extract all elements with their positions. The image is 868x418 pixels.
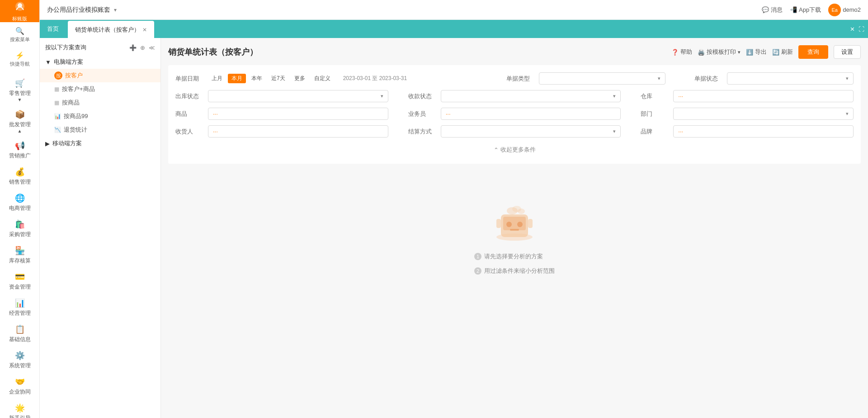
date-tab-7days[interactable]: 近7天 [268,74,289,83]
payment-status-dropdown-icon: ▾ [613,93,616,99]
page-actions: ❓ 帮助 🖨️ 按模板打印 ▾ ⬇️ 导出 🔄 刷新 [671,45,861,59]
refresh-button[interactable]: 🔄 刷新 [772,48,793,56]
sidebar-item-sales[interactable]: 💰 销售管理 [0,163,40,190]
page-header: 销货单统计表（按客户） ❓ 帮助 🖨️ 按模板打印 ▾ ⬇️ 导出 [168,45,861,59]
app-title: 办公用品行业模拟账套 [47,6,110,14]
content-area: 按以下方案查询 ➕ ⊕ ≪ ▼ 电脑端方案 按 按客户 ▦ 按客户+商品 [40,38,868,418]
collapse-button[interactable]: ⌃ 收起更多条件 [175,143,854,157]
app-title-dropdown[interactable]: ▾ [114,7,117,13]
receiver-label: 收货人 [175,128,203,136]
finance-icon: 💳 [15,272,25,282]
sidebar-item-basic-info[interactable]: 📋 基础信息 [0,321,40,347]
order-type-dropdown-icon: ▾ [658,76,660,81]
sidebar-item-enterprise[interactable]: 🤝 企业协同 [0,373,40,399]
order-status-select[interactable]: ▾ [727,72,854,85]
sidebar-item-marketing[interactable]: 📢 营销推广 [0,137,40,163]
date-tab-last-month[interactable]: 上月 [208,74,226,83]
tree-expand-right-icon: ▶ [45,140,50,147]
app-download-button[interactable]: 📲 App下载 [790,6,821,14]
search-menu-button[interactable]: 🔍 搜索菜单 [10,22,30,48]
add-scheme-icon[interactable]: ➕ [129,44,137,51]
goods-label: 商品 [175,110,203,118]
brand-select[interactable]: ··· [673,125,854,138]
svg-point-5 [506,222,512,227]
message-button[interactable]: 💬 消息 [762,6,783,14]
settings-button[interactable]: 设置 [834,45,861,59]
scheme-by-goods[interactable]: ▦ 按商品 [40,96,160,109]
mobile-scheme-label: 移动端方案 [52,139,82,147]
date-tab-this-month[interactable]: 本月 [228,74,246,83]
newbie-icon: 🌟 [15,403,25,413]
refresh-icon: 🔄 [772,49,779,56]
empty-state: 1 请先选择要分析的方案 2 用过滤条件来缩小分析范围 [168,169,861,304]
scheme-icon-2: ▦ [54,100,59,106]
tab-close-icon[interactable]: ✕ [142,27,147,33]
print-dropdown-icon: ▾ [738,49,741,55]
main-area: 办公用品行业模拟账套 ▾ 💬 消息 📲 App下载 Ea demo2 首页 [40,0,868,418]
desktop-scheme-group[interactable]: ▼ 电脑端方案 [40,55,160,69]
filter-row-4: 收货人 ··· 结算方式 ▾ 品牌 ··· [175,125,854,138]
maximize-window-icon[interactable]: ⛶ [859,26,864,33]
right-panel: 销货单统计表（按客户） ❓ 帮助 🖨️ 按模板打印 ▾ ⬇️ 导出 [161,38,868,418]
ecommerce-icon: 🌐 [15,193,25,203]
sidebar-item-newbie[interactable]: 🌟 新手引导 [0,399,40,418]
scheme-query-title: 按以下方案查询 [45,43,86,52]
enterprise-icon: 🤝 [15,377,25,387]
warehouse-dots: ··· [678,93,683,100]
app-logo: 标账版 [0,0,40,22]
sidebar-item-ecommerce[interactable]: 🌐 电商管理 [0,190,40,216]
scheme-icon-1: ▦ [54,86,59,92]
left-panel-header: 按以下方案查询 ➕ ⊕ ≪ [40,43,160,55]
sidebar-item-system[interactable]: ⚙️ 系统管理 [0,347,40,373]
sidebar-item-retail[interactable]: 🛒 零售管理 ▼ [0,75,40,106]
sidebar-item-inventory[interactable]: 🏪 库存核算 [0,242,40,268]
settlement-select[interactable]: ▾ [441,125,621,138]
svg-point-1 [18,3,22,8]
tab-window-controls: ✕ ⛶ [850,26,868,33]
empty-tip-1: 1 请先选择要分析的方案 [474,251,555,262]
sidebar-item-finance[interactable]: 💳 资金管理 [0,268,40,294]
close-window-icon[interactable]: ✕ [850,26,855,33]
scheme-by-goods99[interactable]: 📊 按商品99 [40,109,160,123]
settings-scheme-icon[interactable]: ⊕ [140,44,145,51]
query-button[interactable]: 查询 [798,45,828,59]
warehouse-select[interactable]: ··· [673,90,854,102]
mobile-scheme-group[interactable]: ▶ 移动端方案 [40,137,160,150]
out-status-select[interactable]: ▾ [208,90,388,102]
salesperson-select[interactable]: ··· [441,108,621,120]
goods-select[interactable]: ··· [208,108,388,120]
help-button[interactable]: ❓ 帮助 [671,48,692,56]
scheme-by-customer-goods[interactable]: ▦ 按客户+商品 [40,82,160,96]
sidebar: 标账版 🔍 搜索菜单 ⚡ 快捷导航 🛒 零售管理 ▼ 📦 批发管理 ▲ 📢 营销… [0,0,40,418]
tab-sales-stat[interactable]: 销货单统计表（按客户） ✕ [68,21,154,39]
collapse-scheme-icon[interactable]: ≪ [149,44,155,51]
order-type-select[interactable]: ▾ [539,72,665,85]
filter-row-1: 单据日期 上月 本月 本年 近7天 更多 自定义 2023-03-01 至 20… [175,72,854,85]
tabbar: 首页 销货单统计表（按客户） ✕ ✕ ⛶ [40,20,868,38]
shortcut-nav-button[interactable]: ⚡ 快捷导航 [10,48,30,71]
settlement-label: 结算方式 [408,128,435,136]
collapse-icon: ⌃ [494,147,499,153]
department-select[interactable]: ▾ [673,108,854,120]
tab-home[interactable]: 首页 [40,20,66,38]
sidebar-item-wholesale[interactable]: 📦 批发管理 ▲ [0,106,40,137]
topbar-left: 办公用品行业模拟账套 ▾ [47,6,117,14]
sidebar-item-purchase[interactable]: 🛍️ 采购管理 [0,216,40,242]
export-button[interactable]: ⬇️ 导出 [746,48,767,56]
filter-box: 单据日期 上月 本月 本年 近7天 更多 自定义 2023-03-01 至 20… [168,65,861,164]
sidebar-item-operations[interactable]: 📊 经营管理 [0,294,40,321]
user-avatar-button[interactable]: Ea demo2 [828,4,861,16]
print-button[interactable]: 🖨️ 按模板打印 ▾ [698,48,741,56]
date-tab-more[interactable]: 更多 [291,74,309,83]
scheme-return-stat[interactable]: 📉 退货统计 [40,123,160,137]
date-label: 单据日期 [175,75,203,83]
filter-row-2: 出库状态 ▾ 收款状态 ▾ 仓库 ··· [175,90,854,102]
receiver-select[interactable]: ··· [208,125,388,138]
date-range-display: 2023-03-01 至 2023-03-31 [343,75,407,82]
scheme-by-customer[interactable]: 按 按客户 [40,69,160,82]
date-tab-custom[interactable]: 自定义 [311,74,334,83]
date-tab-this-year[interactable]: 本年 [248,74,266,83]
payment-status-select[interactable]: ▾ [441,90,621,102]
export-icon: ⬇️ [746,49,753,56]
svg-point-6 [517,222,523,227]
